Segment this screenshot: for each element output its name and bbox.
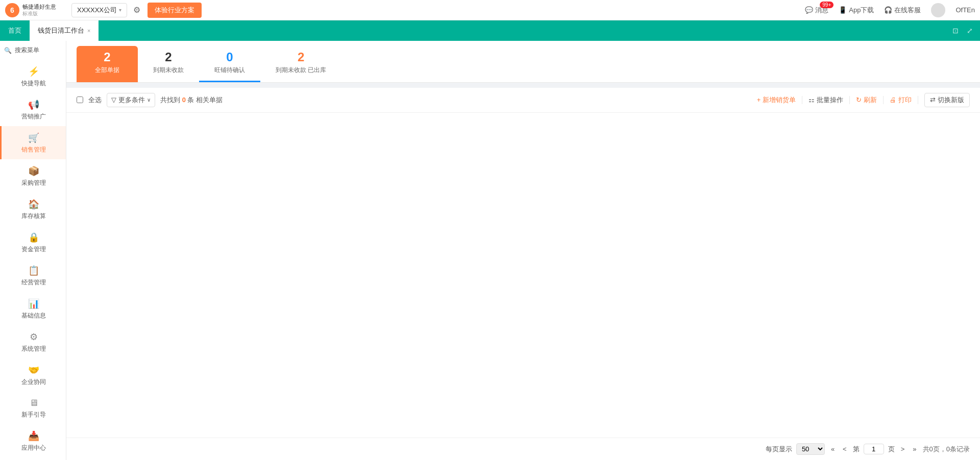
sidebar-label-sales: 销售管理 xyxy=(21,146,46,154)
stat-tab-all[interactable]: 2 全部单据 xyxy=(77,46,138,82)
sidebar-item-enterprise[interactable]: 🤝 企业协同 xyxy=(0,358,66,392)
filter-arrow: ∨ xyxy=(147,97,151,103)
apps-icon: 📥 xyxy=(28,430,39,442)
batch-operation-button[interactable]: ⚏ 批量操作 xyxy=(808,95,843,105)
sidebar-label-quick-nav: 快捷导航 xyxy=(21,79,46,88)
refresh-label: 刷新 xyxy=(864,95,877,105)
app-subtitle: 标准版 xyxy=(22,10,56,17)
divider-1 xyxy=(802,96,802,104)
total-info: 共0页，0条记录 xyxy=(923,445,970,454)
logo-icon: 6 xyxy=(5,3,19,17)
company-selector[interactable]: XXXXXX公司 ▾ xyxy=(71,3,127,17)
service-icon: 🎧 xyxy=(884,6,892,14)
last-page-button[interactable]: » xyxy=(911,444,918,454)
inventory-icon: 🏠 xyxy=(28,199,39,210)
sidebar-item-system[interactable]: ⚙ 系统管理 xyxy=(0,325,66,358)
sidebar-search-label: 搜索菜单 xyxy=(15,46,39,55)
app-download-label: App下载 xyxy=(849,6,874,15)
divider-4 xyxy=(918,96,918,104)
sidebar-item-purchase[interactable]: 📦 采购管理 xyxy=(0,159,66,192)
download-icon: 📱 xyxy=(839,6,847,14)
expand-icon[interactable]: ⤢ xyxy=(965,25,975,37)
sidebar-label-marketing: 营销推广 xyxy=(21,112,46,121)
stat-tab-overdue[interactable]: 2 到期未收款 xyxy=(138,46,199,82)
app-download-button[interactable]: 📱 App下载 xyxy=(839,6,874,15)
prev-page-button[interactable]: < xyxy=(841,444,849,454)
divider-3 xyxy=(883,96,884,104)
print-button[interactable]: 🖨 打印 xyxy=(890,95,912,105)
experience-button[interactable]: 体验行业方案 xyxy=(148,3,202,18)
refresh-button[interactable]: ↻ 刷新 xyxy=(856,95,877,105)
avatar[interactable] xyxy=(931,3,945,17)
collapse-icon[interactable]: ⊡ xyxy=(950,25,961,37)
page-suffix: 页 xyxy=(888,445,895,454)
message-icon: 💬 xyxy=(805,6,813,14)
sidebar-item-inventory[interactable]: 🏠 库存核算 xyxy=(0,192,66,226)
select-all-checkbox[interactable] xyxy=(77,96,83,103)
sidebar-label-enterprise: 企业协同 xyxy=(21,378,46,386)
switch-version-button[interactable]: ⇄ 切换新版 xyxy=(924,93,970,107)
sidebar-item-quick-nav[interactable]: ⚡ 快捷导航 xyxy=(0,60,66,93)
tab-workbench-label: 钱货日清工作台 xyxy=(38,26,84,35)
online-service-label: 在线客服 xyxy=(894,6,921,15)
sidebar-label-operation: 经营管理 xyxy=(21,278,46,287)
stats-tabs: 2 全部单据 2 到期未收款 0 旺铺待确认 2 到期未收款 已出库 xyxy=(66,41,980,83)
filter-icon: ▽ xyxy=(111,96,116,104)
marketing-icon: 📢 xyxy=(28,99,39,110)
stat-num-shipped: 2 xyxy=(298,50,304,65)
message-button[interactable]: 💬 消息 99+ xyxy=(805,6,828,15)
table-area xyxy=(66,113,980,438)
basic-icon: 📊 xyxy=(28,298,39,309)
tab-workbench[interactable]: 钱货日清工作台 × xyxy=(30,20,99,41)
topbar: 6 畅捷通好生意 标准版 XXXXXX公司 ▾ ⚙ 体验行业方案 💬 消息 99… xyxy=(0,0,980,20)
filter-label: 更多条件 xyxy=(118,95,145,105)
toolbar-right: + 新增销货单 ⚏ 批量操作 ↻ 刷新 🖨 打印 ⇄ xyxy=(757,93,970,107)
stat-tab-pending[interactable]: 0 旺铺待确认 xyxy=(199,46,260,82)
sidebar-search[interactable]: 🔍 搜索菜单 xyxy=(0,41,66,60)
refresh-icon: ↻ xyxy=(856,96,862,104)
page-number-input[interactable]: 1 xyxy=(864,444,884,454)
page-size-select[interactable]: 10 20 50 100 xyxy=(796,443,825,455)
enterprise-icon: 🤝 xyxy=(28,365,39,376)
batch-icon: ⚏ xyxy=(808,96,815,104)
switch-icon: ⇄ xyxy=(930,96,936,104)
sidebar-item-guide[interactable]: 🖥 新手引导 xyxy=(0,392,66,424)
tab-home[interactable]: 首页 xyxy=(0,20,30,41)
message-badge: 99+ xyxy=(820,2,834,8)
topbar-right: 💬 消息 99+ 📱 App下载 🎧 在线客服 OfTEn xyxy=(805,3,975,17)
settings-icon[interactable]: ⚙ xyxy=(131,3,142,17)
app-logo: 6 畅捷通好生意 标准版 xyxy=(5,3,71,17)
sidebar-item-basic[interactable]: 📊 基础信息 xyxy=(0,292,66,325)
stat-label-all: 全部单据 xyxy=(95,66,119,75)
count-unit: 条 xyxy=(187,96,194,104)
stat-num-overdue: 2 xyxy=(165,50,172,65)
online-service-button[interactable]: 🎧 在线客服 xyxy=(884,6,921,15)
stat-tab-shipped[interactable]: 2 到期未收款 已出库 xyxy=(260,46,341,82)
stat-num-pending: 0 xyxy=(226,50,233,65)
stat-label-pending: 旺铺待确认 xyxy=(214,66,245,75)
print-label: 打印 xyxy=(898,95,912,105)
next-page-button[interactable]: > xyxy=(899,444,907,454)
app-title: 畅捷通好生意 xyxy=(22,3,56,10)
sidebar-item-marketing[interactable]: 📢 营销推广 xyxy=(0,93,66,126)
tab-home-label: 首页 xyxy=(8,26,21,35)
first-page-button[interactable]: « xyxy=(829,444,837,454)
nav-bar-right: ⊡ ⤢ xyxy=(950,25,980,37)
search-icon: 🔍 xyxy=(4,47,12,54)
sidebar: 🔍 搜索菜单 ⚡ 快捷导航 📢 营销推广 🛒 销售管理 📦 采购管理 🏠 库存核… xyxy=(0,41,66,460)
pagination: 每页显示 10 20 50 100 « < 第 1 页 > » 共0页，0条记录 xyxy=(66,438,980,460)
sidebar-item-sales[interactable]: 🛒 销售管理 xyxy=(0,126,66,159)
main-layout: 🔍 搜索菜单 ⚡ 快捷导航 📢 营销推广 🛒 销售管理 📦 采购管理 🏠 库存核… xyxy=(0,41,980,460)
sidebar-item-operation[interactable]: 📋 经营管理 xyxy=(0,259,66,292)
filter-button[interactable]: ▽ 更多条件 ∨ xyxy=(107,93,155,107)
count-prefix: 共找到 xyxy=(160,96,180,104)
stat-label-shipped: 到期未收款 已出库 xyxy=(276,66,326,75)
sidebar-item-apps[interactable]: 📥 应用中心 xyxy=(0,424,66,457)
tab-close-icon[interactable]: × xyxy=(87,28,90,34)
toolbar-count: 共找到 0 条 相关单据 xyxy=(160,95,223,105)
sidebar-label-purchase: 采购管理 xyxy=(21,179,46,187)
sidebar-item-finance[interactable]: 🔒 资金管理 xyxy=(0,226,66,259)
finance-icon: 🔒 xyxy=(28,232,39,243)
add-sale-button[interactable]: + 新增销货单 xyxy=(757,95,796,105)
sidebar-item-wechat[interactable]: 💬 企业微信 xyxy=(0,457,66,460)
